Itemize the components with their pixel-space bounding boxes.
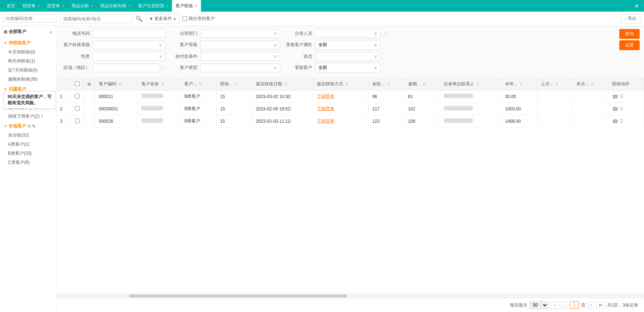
close-analysis-tab[interactable]: × [91,4,93,8]
filter-status-select[interactable]: ∨ [315,52,381,61]
value-edit-icon[interactable]: ✎ [32,124,36,129]
next-page-button[interactable]: › [588,301,594,309]
sidebar-collapse-btn[interactable]: « [49,29,52,35]
close-analysis-list-tab[interactable]: × [128,4,130,8]
nav-analysis[interactable]: 商品分析 × [68,0,97,12]
sidebar-item-class-c[interactable]: C类客户(6) [0,158,56,167]
filter-retail-attr-select[interactable]: 全部 ∨ [315,40,381,50]
more-action-icon-1[interactable]: ⠿ [620,94,623,100]
filter-payment-select[interactable]: ∨ [200,52,280,61]
settings-button[interactable]: 设置 [619,40,640,50]
sort-icon-overdue[interactable]: ⇅ [423,82,426,86]
row-checkbox-3[interactable] [75,118,80,123]
filter-nature-select[interactable]: ∨ [93,52,165,61]
my-customers-checkbox-label[interactable]: 我分管的客户 [182,16,215,22]
close-sales-tab[interactable]: × [37,4,40,8]
filter-more-icon-1[interactable]: ··· [383,31,388,36]
cell-last-method-1[interactable]: 下销货单 [313,90,369,103]
per-page-select[interactable]: 50 100 200 [530,301,548,309]
sidebar-item-today-contact[interactable]: 今天待联络(0) [0,48,56,57]
sidebar-section-pending[interactable]: ▼ 待联络客户 [0,38,56,48]
contact-icon-2[interactable]: ☎ [612,106,618,112]
nav-analysis-list[interactable]: 商品分析列表 × [97,0,134,12]
export-button[interactable]: ↑ 导出 [620,14,640,24]
filter-search-input[interactable] [60,15,133,23]
status-arrow-icon: ∨ [374,54,377,59]
cell-settings-1 [83,90,95,103]
link-sales-order-2[interactable]: 下销货单 [317,106,334,111]
nature-arrow-icon: ∨ [159,54,162,59]
sidebar-all-customers[interactable]: ⊞ 全部客户 « [0,26,56,38]
scrollbar-thumb[interactable] [129,295,347,297]
filter-search-button[interactable]: 🔍 [136,15,143,22]
filter-cust-type-select[interactable]: ∨ [200,64,280,72]
sort-icon-last-method[interactable]: ⇅ [346,82,349,86]
sidebar-section-problem[interactable]: ▼ 问题客户 90天未交易的客户，可能有流失风险。 [0,84,56,94]
nav-purchase[interactable]: 进货单 × [43,0,68,12]
col-settings-header[interactable]: ⚙ [83,78,95,90]
more-action-icon-2[interactable]: ⠿ [620,106,623,112]
nav-home[interactable]: 首页 [3,0,19,12]
cell-last-method-3[interactable]: 下销货单 [313,115,369,127]
filter-dept-select[interactable]: ∨ [200,29,280,38]
close-purchase-tab[interactable]: × [62,4,64,8]
filter-phone-input[interactable] [93,29,165,38]
sort-icon-last-month[interactable]: ⇅ [555,82,558,86]
nav-customer-contact[interactable]: 客户联络 × [172,0,201,12]
row-checkbox-1[interactable] [75,94,80,98]
last-page-button[interactable]: ⊳ [596,301,605,309]
sort-icon-contact[interactable]: ⇅ [235,82,238,86]
table-footer: 每页显示 50 100 200 ⊲ ‹ 1 页 › ⊳ 共1页，3条记录 [56,298,644,312]
cell-checkbox-3[interactable] [71,115,83,127]
prev-page-button[interactable]: ‹ [561,301,568,309]
cell-checkbox-1[interactable] [71,90,83,103]
cell-last-method-2[interactable]: 下销货单 [313,103,369,115]
link-sales-order-3[interactable]: 下销货单 [317,118,334,123]
nav-customer-tier[interactable]: 客户分层经营 × [134,0,172,12]
sidebar-item-class-a[interactable]: A类客户(1) [0,140,56,149]
col-checkbox-header[interactable] [71,78,83,90]
sort-icon-type[interactable]: ⇅ [199,82,202,86]
select-all-checkbox[interactable] [75,81,80,86]
more-action-icon-3[interactable]: ⠿ [620,118,623,124]
region-more-icon[interactable]: ··· [161,65,165,71]
sidebar-item-declining[interactable]: 持续下滑客户(2) ℹ [0,112,56,121]
close-all-tabs[interactable]: ✕ [632,3,641,9]
filter-price-level-select[interactable]: ∨ [93,41,165,49]
my-customers-checkbox[interactable] [182,16,187,21]
cell-last-month-2 [537,103,572,115]
link-sales-order-1[interactable]: 下销货单 [317,94,334,99]
filter-more-button[interactable]: ▼ 更多条件 ∧ [146,14,180,24]
sidebar-search-input[interactable] [3,15,56,23]
filter-retail-select[interactable]: 全部 ∨ [315,63,381,73]
sort-icon-unit-contact[interactable]: ⇅ [476,82,479,86]
close-customer-contact-tab[interactable]: × [195,4,197,8]
contact-icon-1[interactable]: ☎ [612,94,618,100]
sidebar-item-7days-contact[interactable]: 近7天待联络(0) [0,66,56,75]
sort-icon-last-date[interactable]: ⇅ [284,82,287,86]
sort-icon-code[interactable]: ⇅ [118,82,121,86]
sidebar-section-value[interactable]: ▼ 价值客户 ↻ ✎ [0,121,56,131]
sort-icon-this-month[interactable]: ⇅ [591,82,594,86]
horizontal-scrollbar[interactable] [56,293,644,298]
settings-gear-icon[interactable]: ⚙ [87,82,91,87]
sidebar-item-overdue-contact[interactable]: 逾期未联络(30) [0,75,56,84]
value-refresh-icon[interactable]: ↻ [28,124,31,129]
cell-checkbox-2[interactable] [71,103,83,115]
sort-icon-name[interactable]: ⇅ [161,82,164,86]
contact-icon-3[interactable]: ☎ [612,118,618,124]
filter-level-select[interactable]: ∨ [200,41,280,49]
sort-icon-this-year[interactable]: ⇅ [520,82,523,86]
sidebar-item-class-b[interactable]: B类客户(33) [0,149,56,158]
query-button[interactable]: 查询 [619,29,640,39]
sort-icon-not-contacted[interactable]: ⇅ [387,82,390,86]
sidebar-item-ungrouped[interactable]: 未分组(32) [0,131,56,140]
close-customer-tier-tab[interactable]: × [166,4,168,8]
filter-region-input[interactable] [93,64,160,72]
filter-person-select[interactable]: ∨ [315,29,381,38]
row-checkbox-2[interactable] [75,106,80,111]
nav-sales[interactable]: 销货单 × [19,0,43,12]
first-page-button[interactable]: ⊲ [550,301,559,309]
sidebar-item-tomorrow-contact[interactable]: 明天待联络(1) [0,57,56,66]
cell-action-1: ☎ ⠿ [608,90,644,103]
